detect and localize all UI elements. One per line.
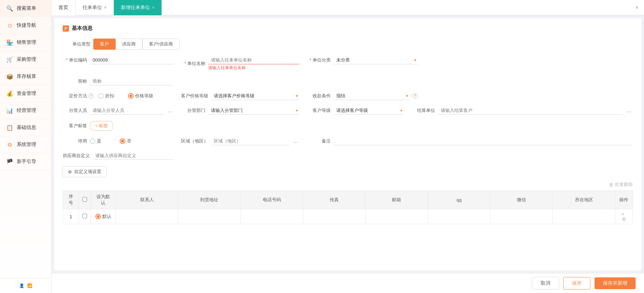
td-seq: 1	[63, 209, 79, 224]
unit-btn-supplier[interactable]: 供应商	[116, 39, 142, 50]
radio-disabled-yes[interactable]: 是	[90, 138, 114, 144]
batch-delete-area[interactable]: 🗑 批量删除	[63, 181, 633, 188]
tab-home[interactable]: 首页	[52, 0, 76, 15]
tab-new-partner[interactable]: 新增往来单位 ×	[114, 0, 162, 15]
payment-terms-help[interactable]: ?	[412, 93, 418, 99]
unit-name-input[interactable]	[208, 56, 299, 64]
unit-btn-customer[interactable]: 客户	[93, 39, 116, 50]
sidebar-item-inventory[interactable]: 📦 库存核算	[0, 68, 51, 85]
td-email[interactable]	[366, 209, 428, 224]
th-wechat: 微信	[490, 191, 553, 209]
settlement-unit-more[interactable]: ...	[626, 107, 633, 114]
payment-terms-select[interactable]: 现结	[333, 92, 409, 100]
section-title-text: 基本信息	[72, 25, 93, 32]
pricing-method-help[interactable]: ?	[88, 93, 94, 99]
wechat-input[interactable]	[494, 214, 549, 219]
sidebar-item-label: 销售管理	[17, 39, 36, 46]
td-phone[interactable]	[241, 209, 303, 224]
phone-input[interactable]	[244, 214, 299, 219]
sidebar-item-label: 快捷导航	[17, 22, 36, 29]
batch-delete-label: 批量删除	[615, 181, 633, 188]
td-wechat[interactable]	[490, 209, 553, 224]
td-fax[interactable]	[303, 209, 365, 224]
radio-grade[interactable]: 价格等级	[128, 93, 153, 99]
field-unit-code: 单位编码	[63, 56, 174, 64]
td-location[interactable]	[553, 209, 615, 224]
customer-level-select-wrapper: 请选择客户等级 ▾	[333, 106, 404, 115]
radio-discount[interactable]: 折扣	[98, 93, 123, 99]
abbreviation-input[interactable]	[90, 77, 174, 86]
customer-price-level-label: 客户价格等级	[181, 93, 208, 99]
tab-partners[interactable]: 往来单位 ×	[76, 0, 114, 15]
sidebar-item-system[interactable]: ⚙ 系统管理	[0, 136, 51, 153]
sidebar-item-basic[interactable]: 📋 基础信息	[0, 119, 51, 136]
custom-settings-button[interactable]: ⚙ 自定义项设置	[63, 166, 107, 177]
td-contact[interactable]	[116, 209, 178, 224]
unit-code-input[interactable]	[90, 56, 174, 64]
tab-partners-close[interactable]: ×	[104, 5, 107, 10]
region-input[interactable]	[211, 137, 289, 145]
td-default: 默认	[91, 209, 116, 224]
qq-input[interactable]	[432, 214, 487, 219]
th-default: 设为默认	[91, 191, 116, 209]
location-input[interactable]	[556, 214, 611, 219]
td-address[interactable]	[178, 209, 241, 224]
unit-category-select[interactable]: 未分类	[333, 56, 418, 64]
disabled-label: 停用	[63, 138, 87, 144]
td-qq[interactable]	[428, 209, 490, 224]
field-customer-price-level: 客户价格等级 请选择客户价格等级 ▾	[181, 92, 299, 100]
tab-new-partner-close[interactable]: ×	[152, 5, 155, 10]
td-check	[79, 209, 91, 224]
manager-input[interactable]	[90, 106, 164, 115]
sidebar-item-label: 新手引导	[17, 158, 36, 165]
email-input[interactable]	[369, 214, 424, 219]
row-manager: 分管人员 ... 分管部门 请输入分管部门 ▾ 客户等级 请选择客户等级 ▾ 结…	[63, 106, 633, 115]
td-action: + 🗑	[615, 209, 633, 224]
manager-more[interactable]: ...	[167, 107, 174, 114]
cancel-button[interactable]: 取消	[532, 277, 559, 290]
field-customer-tag: 客户标签 + 标签	[63, 121, 174, 131]
sidebar-item-business[interactable]: 📊 经营管理	[0, 102, 51, 119]
radio-disabled-no[interactable]: 否	[120, 138, 144, 144]
remark-label: 备注	[306, 138, 331, 144]
th-phone: 电话号码	[241, 191, 303, 209]
save-new-button[interactable]: 保存并新增	[595, 277, 636, 289]
add-row-icon[interactable]: +	[622, 211, 625, 217]
unit-category-label: 单位分类	[306, 57, 331, 63]
radio-disabled-yes-label: 是	[97, 138, 101, 144]
supplier-custom-label: 供应商自定义	[63, 153, 90, 159]
contact-input[interactable]	[119, 214, 174, 219]
sidebar-item-quicknav[interactable]: ⊙ 快捷导航	[0, 17, 51, 34]
row-checkbox[interactable]	[83, 214, 87, 218]
settlement-unit-input[interactable]	[438, 106, 623, 115]
delete-row-icon[interactable]: 🗑	[622, 217, 626, 222]
fax-input[interactable]	[307, 214, 362, 219]
select-all-checkbox[interactable]	[83, 197, 87, 202]
supplier-custom-input[interactable]	[93, 152, 174, 160]
sales-icon: 🏪	[6, 39, 13, 46]
sidebar-item-label: 搜索菜单	[17, 5, 36, 11]
radio-disabled-yes-dot	[90, 138, 95, 144]
tab-bar: 首页 往来单位 × 新增往来单位 × ×	[52, 0, 644, 15]
sidebar-item-guide[interactable]: 🏴 新手引导	[0, 153, 51, 170]
close-all-tabs[interactable]: ×	[630, 5, 644, 11]
department-select-wrapper: 请输入分管部门 ▾	[208, 106, 299, 115]
payment-terms-label: 收款条件	[306, 93, 331, 99]
sidebar-item-search[interactable]: 🔍 搜索菜单	[0, 0, 51, 17]
customer-price-level-select[interactable]: 请选择客户价格等级	[211, 92, 299, 100]
unit-btn-both[interactable]: 客户/供应商	[142, 39, 180, 50]
customer-price-level-select-wrapper: 请选择客户价格等级 ▾	[211, 92, 299, 100]
remark-input[interactable]	[333, 137, 633, 145]
basic-icon: 📋	[6, 124, 13, 131]
address-input[interactable]	[182, 214, 237, 219]
pricing-method-label: 定价方法	[63, 93, 87, 99]
sidebar-item-sales[interactable]: 🏪 销售管理	[0, 34, 51, 51]
department-select[interactable]: 请输入分管部门	[208, 106, 299, 114]
save-button[interactable]: 保存	[563, 277, 590, 290]
customer-level-select[interactable]: 请选择客户等级	[333, 106, 404, 114]
add-tag-button[interactable]: + 标签	[90, 121, 113, 131]
sidebar-item-purchase[interactable]: 🛒 采购管理	[0, 51, 51, 68]
sidebar-item-finance[interactable]: 💰 资金管理	[0, 85, 51, 102]
row-default-radio[interactable]: 默认	[94, 213, 112, 220]
region-more[interactable]: ...	[292, 138, 299, 144]
